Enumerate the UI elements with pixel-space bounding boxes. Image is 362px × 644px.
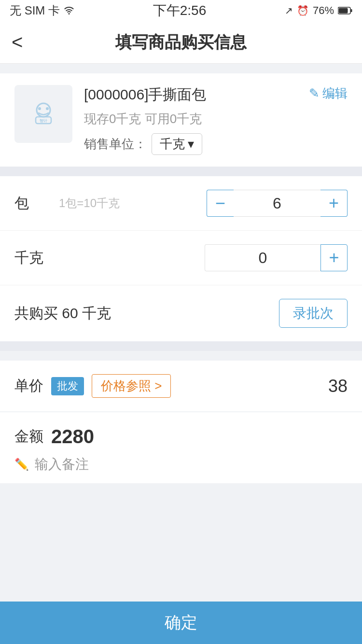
package-increase-button[interactable]: + (320, 190, 348, 217)
product-stock: 现存0千克 可用0千克 (84, 111, 348, 127)
kg-qty-input[interactable] (205, 244, 320, 271)
edit-label: 编辑 (322, 85, 348, 102)
chevron-down-icon: ▾ (188, 137, 194, 152)
price-label: 单价 (14, 376, 43, 396)
product-unit-row: 销售单位： 千克 ▾ (84, 133, 348, 155)
page-title: 填写商品购买信息 (115, 31, 247, 54)
status-bar: 无 SIM 卡 下午2:56 ↗ ⏰ 76% (0, 0, 362, 21)
price-value: 38 (328, 376, 348, 396)
kg-label: 千克 (14, 248, 53, 268)
unit-label: 销售单位： (84, 136, 147, 153)
svg-rect-2 (339, 8, 348, 14)
product-image: 智计 (14, 85, 72, 143)
product-name: [0000006]手撕面包 (84, 85, 206, 105)
price-badge: 批发 (51, 377, 84, 395)
status-left: 无 SIM 卡 (10, 3, 74, 18)
kg-increase-button[interactable]: + (320, 244, 348, 271)
total-text: 共购买 60 千克 (14, 304, 111, 323)
package-label: 包 (14, 194, 53, 213)
amount-value: 2280 (51, 426, 94, 448)
confirm-label: 确定 (165, 612, 197, 634)
package-input-row: 包 1包=10千克 − + (0, 176, 362, 231)
svg-point-5 (46, 107, 49, 110)
package-qty-input[interactable] (234, 190, 320, 217)
total-row: 共购买 60 千克 录批次 (0, 285, 362, 341)
location-icon: ↗ (285, 5, 293, 16)
back-button[interactable]: < (12, 31, 23, 53)
package-hint: 1包=10千克 (59, 196, 207, 211)
alarm-icon: ⏰ (297, 5, 309, 16)
price-section: 单价 批发 价格参照 > 38 (0, 361, 362, 411)
confirm-button[interactable]: 确定 (0, 602, 362, 644)
section-separator-1 (0, 167, 362, 176)
svg-rect-1 (351, 9, 352, 12)
wifi-icon (64, 4, 74, 17)
amount-row: 金额 2280 (14, 426, 348, 448)
price-ref-button[interactable]: 价格参照 > (92, 374, 171, 398)
section-separator-2 (0, 341, 362, 351)
price-ref-label: 价格参照 > (101, 378, 162, 394)
batch-button[interactable]: 录批次 (279, 299, 348, 328)
edit-icon: ✎ (309, 86, 320, 101)
product-card: 智计 [0000006]手撕面包 ✎ 编辑 现存0千克 可用0千克 销售单位： … (0, 73, 362, 167)
unit-select[interactable]: 千克 ▾ (152, 133, 202, 155)
carrier-label: 无 SIM 卡 (10, 3, 60, 18)
status-time: 下午2:56 (153, 1, 207, 20)
nav-bar: < 填写商品购买信息 (0, 21, 362, 64)
product-logo-icon: 智计 (29, 99, 58, 128)
battery-icon (338, 4, 352, 17)
kg-input-row: 千克 + (0, 231, 362, 285)
input-section: 包 1包=10千克 − + 千克 + (0, 176, 362, 285)
amount-label: 金额 (14, 427, 43, 447)
edit-button[interactable]: ✎ 编辑 (309, 85, 348, 102)
note-label: 输入备注 (35, 455, 89, 474)
pencil-icon: ✏️ (14, 458, 29, 471)
battery-label: 76% (313, 4, 334, 17)
amount-section: 金额 2280 ✏️ 输入备注 (0, 412, 362, 483)
note-row[interactable]: ✏️ 输入备注 (14, 455, 348, 474)
price-row: 单价 批发 价格参照 > 38 (14, 374, 348, 398)
package-qty-control: − + (207, 190, 348, 217)
status-right: ↗ ⏰ 76% (285, 4, 352, 17)
kg-qty-control: + (205, 244, 348, 271)
svg-text:智计: 智计 (39, 119, 48, 123)
package-decrease-button[interactable]: − (207, 190, 234, 217)
product-info: [0000006]手撕面包 ✎ 编辑 现存0千克 可用0千克 销售单位： 千克 … (84, 85, 348, 155)
unit-value: 千克 (160, 136, 185, 153)
svg-point-4 (38, 107, 41, 110)
